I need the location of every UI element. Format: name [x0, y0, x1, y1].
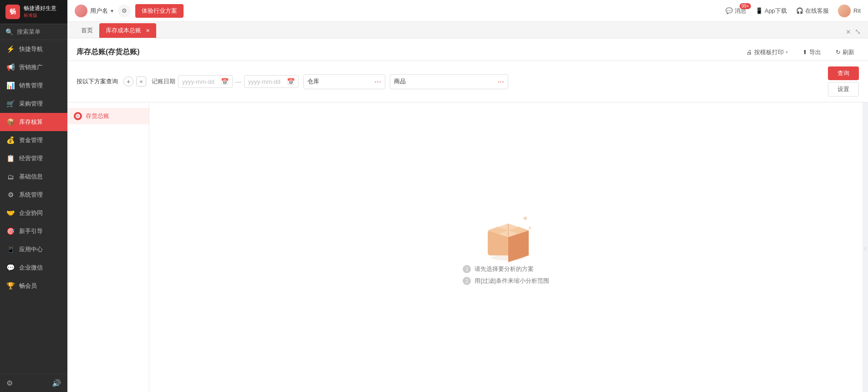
sidebar: 畅 畅捷通好生意 标准版 🔍 搜索菜单 ⚡ 快捷导航 📢 营销推广 📊 销售管理…: [0, 0, 67, 392]
goods-more-icon[interactable]: ···: [497, 77, 504, 87]
sidebar-label-sales: 销售管理: [19, 81, 43, 90]
tab-close-icon[interactable]: ✕: [146, 28, 150, 33]
app-version: 标准版: [24, 12, 56, 19]
hint-text-1: 请先选择要分析的方案: [475, 265, 534, 273]
calendar-end-icon[interactable]: 📅: [287, 78, 295, 85]
tab-inventory-ledger-label: 库存成本总账: [106, 27, 141, 34]
topbar-user-right[interactable]: Rit: [838, 5, 861, 17]
sidebar-bottom: ⚙ 🔊: [0, 374, 67, 392]
filter-fields: 记账日期 yyyy-mm-dd 📅 — yyyy-mm-dd 📅 仓库 ···: [152, 74, 822, 89]
page-header: 库存总账(存货总账) 🖨 按模板打印 ▾ ⬆ 导出 ↻ 刷新: [67, 38, 868, 61]
sidebar-label-inventory: 库存核算: [19, 118, 43, 126]
phone-icon: 📱: [756, 7, 763, 14]
print-template-button[interactable]: 🖨 按模板打印 ▾: [742, 46, 792, 59]
topbar-settings-button[interactable]: ⚙: [118, 5, 131, 17]
topbar: 用户名 ▾ ⚙ 体验行业方案 💬 消息 99+ 📱 App下载 🎧 在线客服: [67, 0, 868, 22]
app-name: 畅捷通好生意: [24, 5, 56, 12]
tab-home-label: 首页: [81, 27, 93, 34]
warehouse-select[interactable]: 仓库 ···: [303, 74, 385, 89]
sidebar-label-marketing: 营销推广: [19, 63, 43, 71]
sidebar-item-finance[interactable]: 💰 资金管理: [0, 131, 67, 149]
sales-icon: 📊: [6, 81, 15, 90]
scheme-item-inventory-total[interactable]: ↻ 存货总账: [67, 108, 149, 124]
system-icon: ⚙: [6, 191, 15, 199]
online-service-button[interactable]: 🎧 在线客服: [796, 7, 829, 15]
scheme-icon: ↻: [74, 112, 82, 120]
sidebar-label-quick-nav: 快捷导航: [19, 45, 43, 53]
date-field-label: 记账日期: [152, 77, 175, 86]
sidebar-label-app-center: 应用中心: [19, 245, 43, 254]
page-content: 库存总账(存货总账) 🖨 按模板打印 ▾ ⬆ 导出 ↻ 刷新 按以下方案查询: [67, 38, 868, 392]
filter-collapse-button[interactable]: «: [136, 76, 146, 87]
sidebar-label-newbie: 新手引导: [19, 227, 43, 235]
topbar-dropdown-icon[interactable]: ▾: [111, 8, 113, 14]
sidebar-item-operation[interactable]: 📋 经营管理: [0, 149, 67, 168]
sidebar-item-quick-nav[interactable]: ⚡ 快捷导航: [0, 40, 67, 58]
sidebar-item-system[interactable]: ⚙ 系统管理: [0, 186, 67, 204]
audio-bottom-btn[interactable]: 🔊: [52, 379, 61, 387]
sidebar-item-wechat[interactable]: 💬 企业微信: [0, 259, 67, 277]
sidebar-item-newbie[interactable]: 🎯 新手引导: [0, 222, 67, 240]
inventory-icon: 📦: [6, 118, 15, 126]
message-badge: 99+: [740, 3, 751, 9]
sidebar-label-purchase: 采购管理: [19, 100, 43, 108]
filter-add-buttons: + «: [123, 76, 146, 87]
service-icon: 🎧: [796, 7, 803, 14]
warehouse-label: 仓库: [307, 77, 319, 86]
hint-num-2: 2: [463, 277, 471, 285]
sidebar-item-base[interactable]: 🗂 基础信息: [0, 168, 67, 186]
export-button[interactable]: ⬆ 导出: [798, 46, 826, 59]
search-icon: 🔍: [5, 28, 13, 36]
sidebar-item-app-center[interactable]: 📱 应用中心: [0, 240, 67, 259]
refresh-label: 刷新: [842, 48, 854, 56]
empty-state: ✦ ★ 1 请先选择要分析的方案 2 用[过滤]条件来缩小分析范围: [463, 212, 549, 285]
settings-button[interactable]: 设置: [828, 82, 859, 97]
sidebar-item-sales[interactable]: 📊 销售管理: [0, 76, 67, 95]
message-button[interactable]: 💬 消息 99+: [725, 7, 746, 15]
filter-add-button[interactable]: +: [123, 76, 133, 87]
tab-close-right-icon[interactable]: ✕: [846, 28, 851, 36]
sidebar-search-label: 搜索菜单: [17, 28, 41, 36]
app-logo-icon: 畅: [5, 5, 20, 19]
settings-bottom-btn[interactable]: ⚙: [6, 379, 13, 387]
svg-text:★: ★: [528, 225, 532, 230]
member-icon: 🏆: [6, 282, 15, 290]
user-avatar-right: [838, 5, 851, 17]
app-download-button[interactable]: 📱 App下载: [756, 7, 787, 15]
topbar-avatar: [75, 5, 87, 17]
topbar-user-area[interactable]: 用户名 ▾: [75, 5, 113, 17]
finance-icon: 💰: [6, 136, 15, 144]
tab-expand-icon[interactable]: ⤡: [855, 27, 861, 36]
export-label: 导出: [809, 48, 821, 56]
empty-hint-1: 1 请先选择要分析的方案: [463, 265, 549, 273]
empty-hint-2: 2 用[过滤]条件来缩小分析范围: [463, 277, 549, 285]
refresh-button[interactable]: ↻ 刷新: [831, 46, 859, 59]
sidebar-item-inventory[interactable]: 📦 库存核算: [0, 113, 67, 131]
sidebar-item-enterprise[interactable]: 🤝 企业协同: [0, 204, 67, 222]
online-service-label: 在线客服: [805, 7, 829, 15]
calendar-start-icon[interactable]: 📅: [221, 78, 229, 85]
filter-action-buttons: 查询 设置: [828, 66, 859, 97]
sidebar-item-purchase[interactable]: 🛒 采购管理: [0, 95, 67, 113]
date-start-placeholder: yyyy-mm-dd: [182, 78, 214, 85]
trial-industry-button[interactable]: 体验行业方案: [135, 4, 184, 18]
app-download-label: App下载: [765, 7, 787, 15]
sidebar-label-wechat: 企业微信: [19, 264, 43, 272]
warehouse-more-icon[interactable]: ···: [374, 77, 381, 87]
enterprise-icon: 🤝: [6, 209, 15, 217]
goods-select[interactable]: 商品 ···: [390, 74, 508, 89]
date-end-input[interactable]: yyyy-mm-dd 📅: [244, 75, 299, 88]
tab-home[interactable]: 首页: [75, 23, 99, 38]
page-header-right: 🖨 按模板打印 ▾ ⬆ 导出 ↻ 刷新: [742, 46, 859, 59]
sidebar-item-member[interactable]: 🏆 畅会员: [0, 277, 67, 295]
print-template-label: 按模板打印: [754, 48, 784, 56]
date-start-input[interactable]: yyyy-mm-dd 📅: [178, 75, 233, 88]
sidebar-item-marketing[interactable]: 📢 营销推广: [0, 58, 67, 76]
export-icon: ⬆: [802, 49, 807, 56]
purchase-icon: 🛒: [6, 100, 15, 108]
tab-inventory-ledger[interactable]: 库存成本总账 ✕: [99, 23, 156, 38]
query-button[interactable]: 查询: [828, 66, 859, 80]
right-panel-handle[interactable]: ···: [863, 102, 868, 392]
sidebar-search[interactable]: 🔍 搜索菜单: [0, 24, 67, 40]
topbar-gear-icon: ⚙: [122, 7, 127, 14]
